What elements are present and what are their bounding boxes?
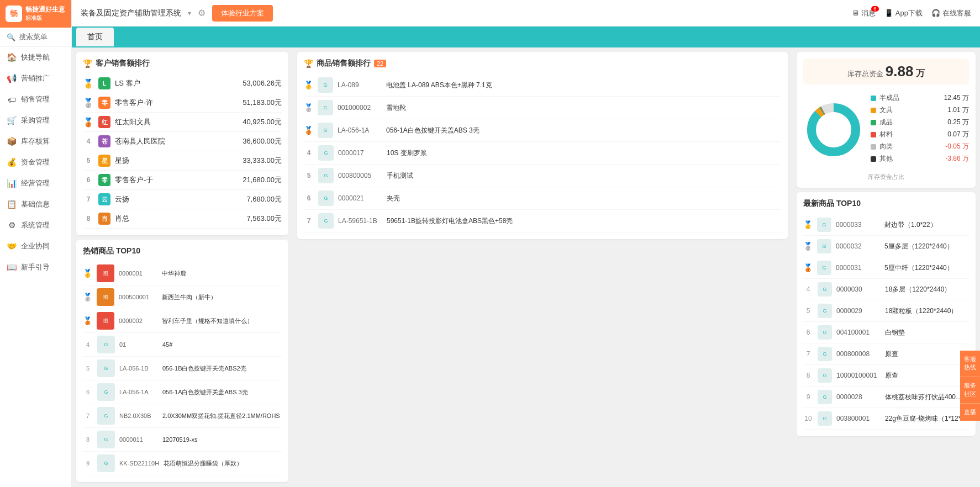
product-icon-placeholder: G (318, 100, 333, 115)
legend-dot (871, 156, 876, 162)
chevron-down-icon: ▾ (188, 9, 191, 17)
ts-code: 000800005 (338, 172, 382, 179)
basics-icon: 📋 (7, 199, 17, 209)
hot-product-item: 5 G LA-056-1B 056-1B白色按键开关壳ABS2壳 (83, 357, 282, 380)
np-icon-placeholder: G (818, 390, 832, 404)
sidebar-item-operations[interactable]: 📊 经营管理 (0, 173, 71, 194)
legend-item: 材料 0.07 万 (871, 130, 969, 139)
legend-name: 材料 (879, 130, 944, 139)
rank-amount: 33,333.00元 (243, 156, 282, 166)
search-menu[interactable]: 🔍 搜索菜单 (0, 28, 71, 47)
legend-value: 0.25 万 (947, 118, 969, 127)
search-icon: 🔍 (7, 33, 15, 41)
new-product-item: 6 G 004100001 白钢垫 (803, 322, 969, 343)
product-placeholder: G (97, 383, 115, 401)
sidebar: 畅 畅捷通好生意 标准版 🔍 搜索菜单 🏠 快捷导航 📢 营销推广 🏷 销售管理… (0, 0, 72, 487)
hot-product-item: 4 G 01 45# (83, 333, 282, 357)
topbar: 装备及固定资产辅助管理系统 ▾ ⚙ 体验行业方案 🖥 消息 6 📱 App下载 … (72, 0, 980, 27)
main-area: 装备及固定资产辅助管理系统 ▾ ⚙ 体验行业方案 🖥 消息 6 📱 App下载 … (72, 0, 980, 487)
topbar-right: 🖥 消息 6 📱 App下载 🎧 在线客服 (852, 8, 971, 18)
finance-icon: 💰 (7, 157, 17, 167)
product-name: 12070519-xs (162, 436, 282, 443)
hot-product-item: 🥇 图 0000001 中华神鹿 (83, 262, 282, 285)
message-icon: 🖥 (852, 9, 859, 17)
rank-customer-name: 肖总 (115, 214, 242, 224)
rank-amount: 7,680.00元 (246, 194, 282, 204)
sidebar-item-inventory[interactable]: 📦 库存核算 (0, 131, 71, 152)
sidebar-item-basics[interactable]: 📋 基础信息 (0, 194, 71, 215)
product-code: NB2.0X30B (119, 412, 158, 419)
messages-badge[interactable]: 🖥 消息 6 (852, 8, 876, 18)
np-name: 体桃荔枝味苏打饮品400毫升（1*15） (885, 393, 969, 402)
customer-ranking-card: 🏆 客户销售额排行 🥇 L LS 客户 53,006.26元 🥈 零 零售客户-… (76, 52, 288, 235)
ts-name: 电池盖 LA-089 ABS本色+黑种 7.1克 (386, 81, 781, 90)
rank-num: 7 (83, 195, 94, 203)
rank-badge: 零 (98, 97, 110, 109)
ts-code: LA-089 (338, 81, 382, 89)
product-name: 2.0X30MM双搓花轴.搓花直径2.1MM/ROHS (162, 412, 282, 420)
hot-products-card: 热销商品 TOP10 🥇 图 0000001 中华神鹿 🥈 图 00050000… (76, 240, 288, 482)
np-name: 5厘多层（1220*2440） (884, 242, 969, 251)
new-product-item: 🥈 G 0000032 5厘多层（1220*2440） (803, 236, 969, 257)
top-selling-list: 🥇 G LA-089 电池盖 LA-089 ABS本色+黑种 7.1克 🥈 G … (304, 74, 781, 232)
legend-value: 12.45 万 (944, 93, 969, 103)
left-panel: 🏆 客户销售额排行 🥇 L LS 客户 53,006.26元 🥈 零 零售客户-… (72, 47, 293, 487)
marketing-icon: 📢 (7, 73, 17, 83)
ts-name: 10S 变刷罗浆 (387, 149, 781, 158)
top-selling-title: 🏆 商品销售额排行 22 (304, 59, 781, 68)
sidebar-item-finance[interactable]: 💰 资金管理 (0, 152, 71, 173)
top-selling-item: 4 G 0000017 10S 变刷罗浆 (304, 142, 781, 165)
np-name: 18多层（1220*2440） (885, 285, 969, 294)
app-download[interactable]: 📱 App下载 (884, 8, 923, 18)
logo-icon: 畅 (6, 6, 22, 22)
product-name: 新西兰牛肉（新牛） (162, 293, 282, 301)
new-product-item: 4 G 0000030 18多层（1220*2440） (803, 279, 969, 300)
hot-products-title: 热销商品 TOP10 (83, 246, 282, 256)
sidebar-item-purchase[interactable]: 🛒 采购管理 (0, 110, 71, 131)
product-icon-placeholder: G (318, 145, 334, 161)
sidebar-item-cooperation[interactable]: 🤝 企业协同 (0, 236, 71, 257)
np-name: 18颗粒板（1220*2440） (885, 306, 969, 316)
sidebar-logo: 畅 畅捷通好生意 标准版 (0, 0, 71, 28)
hot-product-item: 7 G NB2.0X30B 2.0X30MM双搓花轴.搓花直径2.1MM/ROH… (83, 404, 282, 428)
rank-customer-name: 零售客户-许 (115, 98, 238, 108)
sidebar-item-quick-nav[interactable]: 🏠 快捷导航 (0, 47, 71, 68)
cooperation-icon: 🤝 (7, 241, 17, 251)
product-code: 0000001 (119, 270, 157, 277)
sidebar-item-marketing[interactable]: 📢 营销推广 (0, 68, 71, 89)
hot-product-item: 🥉 图 0000002 智利车子里（规格不知道填什么） (83, 309, 282, 333)
direct-btn[interactable]: 直播 (960, 404, 980, 421)
ts-name: 夹壳 (387, 194, 781, 203)
rank-item: 5 星 星扬 33,333.00元 (83, 151, 282, 171)
medal-icon: 🥉 (83, 117, 94, 128)
rank-amount: 7,563.00元 (246, 214, 282, 224)
legend-dot (871, 144, 876, 150)
customer-service-btn[interactable]: 客服热线 (960, 351, 980, 377)
sidebar-item-system[interactable]: ⚙ 系统管理 (0, 215, 71, 236)
customer-ranking-title: 🏆 客户销售额排行 (83, 59, 282, 68)
top-selling-card: 🏆 商品销售额排行 22 🥇 G LA-089 电池盖 LA-089 ABS本色… (297, 52, 788, 239)
rank-badge: L (98, 77, 110, 89)
product-code: KK-SD22110H (119, 460, 159, 467)
top-selling-item: 6 G 0000021 夹壳 (304, 187, 781, 210)
sidebar-item-guide[interactable]: 📖 新手引导 (0, 257, 71, 278)
new-product-item: 7 G 000800008 原查 (803, 343, 969, 365)
legend-item: 其他 -3.86 万 (871, 154, 969, 163)
online-service[interactable]: 🎧 在线客服 (931, 8, 971, 18)
hot-products-list: 🥇 图 0000001 中华神鹿 🥈 图 000500001 新西兰牛肉（新牛）… (83, 262, 282, 475)
trial-button[interactable]: 体验行业方案 (212, 5, 273, 22)
product-code: 0000011 (119, 436, 158, 443)
product-placeholder: G (97, 431, 115, 448)
new-products-card: 最新商品 TOP10 🥇 G 0000033 封边带（1.0*22） 🥈 G 0… (797, 192, 976, 436)
rank-customer-name: 云扬 (115, 194, 242, 204)
tab-home[interactable]: 首页 (76, 28, 114, 46)
product-code: LA-056-1A (119, 389, 158, 395)
new-product-item: 8 G 10000100001 原查 (803, 365, 969, 387)
top-selling-item: 🥇 G LA-089 电池盖 LA-089 ABS本色+黑种 7.1克 (304, 74, 781, 97)
sidebar-item-sales[interactable]: 🏷 销售管理 (0, 89, 71, 110)
gear-icon[interactable]: ⚙ (198, 8, 206, 18)
service-community-btn[interactable]: 服务社区 (960, 377, 980, 404)
np-name: 22g鱼豆腐-烧烤味（1*12*20） (885, 414, 969, 424)
np-name: 原查 (885, 350, 969, 359)
new-product-item: 10 G 003800001 22g鱼豆腐-烧烤味（1*12*20） (803, 408, 969, 430)
